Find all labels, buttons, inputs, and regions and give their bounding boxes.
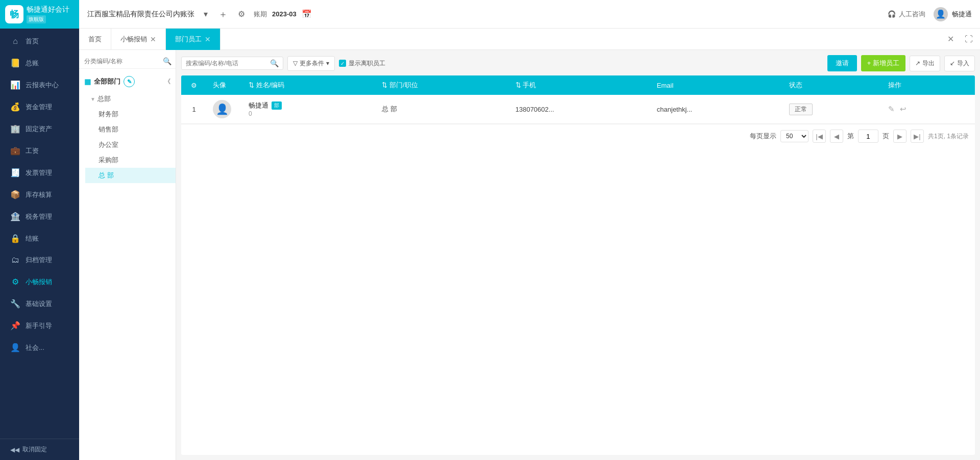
sidebar-logo: 畅 畅捷通好会计 旗舰版 xyxy=(0,0,79,29)
sidebar-item-funds-label: 资金管理 xyxy=(26,103,52,112)
sidebar-item-closing[interactable]: 🔒 结账 xyxy=(0,227,79,249)
row-phone-cell: 138070602... xyxy=(509,95,651,124)
show-resigned-label: 显示离职员工 xyxy=(349,59,385,68)
tab-close-btn[interactable]: ✕ xyxy=(943,32,958,46)
row-name-cell: 畅捷通 部 0 xyxy=(242,95,376,124)
tab-department-label: 部门员工 xyxy=(175,35,202,44)
per-page-label: 每页显示 xyxy=(750,132,776,141)
add-company-btn[interactable]: ＋ xyxy=(217,8,229,20)
sidebar-item-more-label: 社会... xyxy=(26,343,44,352)
per-page-select[interactable]: 50 100 200 xyxy=(780,130,808,142)
export-btn[interactable]: ↗ 导出 xyxy=(910,56,940,71)
sidebar-item-tax[interactable]: 🏦 税务管理 xyxy=(0,206,79,227)
dept-child-purchasing[interactable]: 采购部 xyxy=(85,152,176,168)
sidebar: 畅 畅捷通好会计 旗舰版 ⌂ 首页 📒 总账 📊 云报表中心 💰 资金管理 🏢 … xyxy=(0,0,79,460)
col-phone[interactable]: ⇅ 手机 xyxy=(509,75,651,95)
sidebar-item-salary[interactable]: 💼 工资 xyxy=(0,140,79,162)
period-value: 2023-03 xyxy=(272,10,297,18)
page-unit: 页 xyxy=(883,132,889,141)
sidebar-item-home[interactable]: ⌂ 首页 xyxy=(0,31,79,52)
dept-child-finance[interactable]: 财务部 xyxy=(85,107,176,122)
sidebar-item-funds[interactable]: 💰 资金管理 xyxy=(0,96,79,118)
dept-child-office[interactable]: 办公室 xyxy=(85,137,176,152)
checkbox-resigned[interactable]: ✓ xyxy=(339,60,346,67)
sidebar-item-reports[interactable]: 📊 云报表中心 xyxy=(0,74,79,96)
tab-expand-btn[interactable]: ⛶ xyxy=(962,32,976,46)
page-first-btn[interactable]: |◀ xyxy=(813,130,826,143)
page-next-btn[interactable]: ▶ xyxy=(893,130,906,143)
employee-table-wrapper: ⚙ 头像 ⇅ 姓名/编码 ⇅ 部门/职位 ⇅ 手机 Email 状态 操作 1 xyxy=(181,75,975,455)
row-dept-cell: 总 部 xyxy=(376,95,509,124)
sidebar-item-more[interactable]: 👤 社会... xyxy=(0,337,79,359)
col-dept[interactable]: ⇅ 部门/职位 xyxy=(376,75,509,95)
sidebar-item-inventory-label: 库存核算 xyxy=(26,190,52,199)
col-settings[interactable]: ⚙ xyxy=(181,75,207,95)
dept-search-icon[interactable]: 🔍 xyxy=(163,57,172,65)
sidebar-item-guide[interactable]: 📌 新手引导 xyxy=(0,315,79,337)
sidebar-item-archive[interactable]: 🗂 归档管理 xyxy=(0,249,79,271)
page-input[interactable] xyxy=(858,130,878,143)
edit-btn[interactable]: ✎ xyxy=(888,105,895,113)
avatar: 👤 xyxy=(934,7,948,21)
dept-collapse-btn[interactable]: 《 xyxy=(164,78,170,86)
col-email: Email xyxy=(651,75,783,95)
tab-expense[interactable]: 小畅报销 ✕ xyxy=(111,29,166,50)
sidebar-pin-label: 取消固定 xyxy=(22,445,47,454)
dept-child-sales[interactable]: 销售部 xyxy=(85,122,176,137)
dept-edit-btn[interactable]: ✎ xyxy=(124,76,135,87)
page-prev-btn[interactable]: ◀ xyxy=(830,130,843,143)
import-label: 导入 xyxy=(957,59,969,68)
dept-group: 总部 财务部 销售部 办公室 采购部 总 部 xyxy=(79,91,176,183)
sidebar-pin-btn[interactable]: ◀◀ 取消固定 xyxy=(0,439,79,460)
period-label: 账期 xyxy=(254,10,267,19)
topbar: 江西服宝精品有限责任公司内账张 ▾ ＋ ⚙ 账期 2023-03 📅 🎧 人工咨… xyxy=(79,0,980,29)
export-label: 导出 xyxy=(922,59,935,68)
add-employee-btn[interactable]: + 新增员工 xyxy=(861,55,905,71)
sidebar-item-home-label: 首页 xyxy=(26,37,39,46)
dept-search-input[interactable] xyxy=(84,58,161,65)
sidebar-item-inventory[interactable]: 📦 库存核算 xyxy=(0,184,79,206)
tab-expense-close[interactable]: ✕ xyxy=(150,35,156,43)
toolbar: 🔍 ▽ 更多条件 ▾ ✓ 显示离职员工 邀请 + 新增员工 ↗ 导出 xyxy=(181,55,975,71)
dept-tree: ▦ 全部部门 ✎ 《 总部 财务部 销售部 办公室 xyxy=(79,69,176,186)
settings-btn[interactable]: ⚙ xyxy=(234,7,249,21)
employee-search-input[interactable] xyxy=(186,60,267,67)
tab-department[interactable]: 部门员工 ✕ xyxy=(166,29,220,50)
show-resigned-toggle[interactable]: ✓ 显示离职员工 xyxy=(339,59,385,68)
employee-code: 0 xyxy=(249,110,370,117)
calendar-icon[interactable]: 📅 xyxy=(302,9,312,19)
export-icon: ↗ xyxy=(915,60,920,67)
toolbar-right: 邀请 + 新增员工 ↗ 导出 ↙ 导入 xyxy=(827,55,975,71)
invite-btn[interactable]: 邀请 xyxy=(827,55,857,71)
employee-table: ⚙ 头像 ⇅ 姓名/编码 ⇅ 部门/职位 ⇅ 手机 Email 状态 操作 1 xyxy=(181,75,975,124)
sidebar-item-ledger[interactable]: 📒 总账 xyxy=(0,52,79,74)
sidebar-item-assets[interactable]: 🏢 固定资产 xyxy=(0,118,79,140)
filter-icon: ▽ xyxy=(293,60,298,67)
dept-child-general[interactable]: 总 部 xyxy=(85,168,176,183)
consult-btn[interactable]: 🎧 人工咨询 xyxy=(888,10,925,19)
user-info[interactable]: 👤 畅捷通 xyxy=(934,7,972,21)
tab-home[interactable]: 首页 xyxy=(79,29,111,50)
sidebar-item-settings[interactable]: 🔧 基础设置 xyxy=(0,293,79,315)
grid-icon: ▦ xyxy=(84,78,91,86)
page-last-btn[interactable]: ▶| xyxy=(911,130,924,143)
sidebar-item-expense[interactable]: ⚙ 小畅报销 xyxy=(0,271,79,293)
employee-search-icon[interactable]: 🔍 xyxy=(270,59,279,67)
logout-btn[interactable]: ↩ xyxy=(900,105,906,113)
trial-badge: 旗舰版 xyxy=(27,15,46,23)
col-name[interactable]: ⇅ 姓名/编码 xyxy=(242,75,376,95)
tab-home-label: 首页 xyxy=(88,35,102,44)
sidebar-item-invoice[interactable]: 🧾 发票管理 xyxy=(0,162,79,184)
import-btn[interactable]: ↙ 导入 xyxy=(944,56,975,71)
sidebar-nav: ⌂ 首页 📒 总账 📊 云报表中心 💰 资金管理 🏢 固定资产 💼 工资 🧾 发… xyxy=(0,29,79,439)
company-name: 江西服宝精品有限责任公司内账张 xyxy=(87,10,194,19)
tab-department-close[interactable]: ✕ xyxy=(205,35,211,43)
dept-all-row[interactable]: ▦ 全部部门 ✎ 《 xyxy=(79,72,176,91)
employee-name: 畅捷通 部 xyxy=(249,101,370,110)
dept-parent-headquarter[interactable]: 总部 xyxy=(85,91,176,107)
archive-icon: 🗂 xyxy=(10,255,20,265)
more-icon: 👤 xyxy=(10,343,20,352)
dept-parent-label: 总部 xyxy=(97,94,111,104)
more-filter-btn[interactable]: ▽ 更多条件 ▾ xyxy=(287,56,335,71)
company-dropdown-btn[interactable]: ▾ xyxy=(200,8,212,20)
